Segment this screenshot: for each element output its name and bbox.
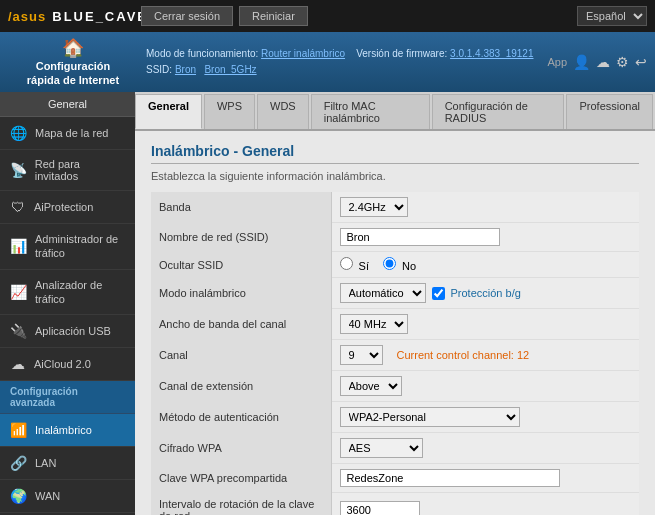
app-label: App [547, 56, 567, 68]
intervalo-value [331, 493, 639, 516]
cloud-icon[interactable]: ☁ [596, 54, 610, 70]
ancho-banda-label: Ancho de banda del canal [151, 309, 331, 340]
sidebar-item-red-invitados[interactable]: 📡 Red para invitados [0, 150, 135, 191]
cloud2-icon: ☁ [10, 356, 26, 372]
canal-extension-label: Canal de extensión [151, 371, 331, 402]
banda-label: Banda [151, 192, 331, 223]
autenticacion-value: Open SystemWPA-PersonalWPA2-Personal [331, 402, 639, 433]
ssid-input[interactable] [340, 228, 500, 246]
nav-bar: 🏠 Configuraciónrápida de Internet Modo d… [0, 32, 655, 92]
inner-content: Inalámbrico - General Establezca la sigu… [135, 131, 655, 515]
sidebar-item-usb[interactable]: 🔌 Aplicación USB [0, 315, 135, 348]
settings-icon[interactable]: ⚙ [616, 54, 629, 70]
sidebar-mapa-label: Mapa de la red [35, 127, 108, 139]
tab-wps[interactable]: WPS [204, 94, 255, 129]
ssid-bron[interactable]: Bron [175, 64, 196, 75]
autenticacion-select[interactable]: Open SystemWPA-PersonalWPA2-Personal [340, 407, 520, 427]
table-row: Ocultar SSID Sí No [151, 252, 639, 278]
canal-extension-value: AboveBelow [331, 371, 639, 402]
ssid-field-value [331, 223, 639, 252]
canal-extension-select[interactable]: AboveBelow [340, 376, 402, 396]
sidebar-analizador-label: Analizador detráfico [35, 278, 102, 307]
clave-wpa-input[interactable] [340, 469, 560, 487]
canal-label: Canal [151, 340, 331, 371]
top-right: Español English [577, 6, 647, 26]
reiniciar-button[interactable]: Reiniciar [239, 6, 308, 26]
asus-logo: /asus [8, 9, 46, 24]
table-row: Nombre de red (SSID) [151, 223, 639, 252]
mode-value[interactable]: Router inalámbrico [261, 48, 345, 59]
radio-si[interactable] [340, 257, 353, 270]
logout-icon[interactable]: ↩ [635, 54, 647, 70]
tab-radius[interactable]: Configuración de RADIUS [432, 94, 565, 129]
radio-no-label[interactable]: No [383, 257, 416, 272]
wireless-icon: 📶 [10, 422, 27, 438]
cifrado-value: TKIPAESTKIP+AES [331, 433, 639, 464]
tab-general[interactable]: General [135, 94, 202, 129]
sidebar: General 🌐 Mapa de la red 📡 Red para invi… [0, 92, 135, 515]
intervalo-label: Intervalo de rotación de la clave de red [151, 493, 331, 516]
cifrado-select[interactable]: TKIPAESTKIP+AES [340, 438, 423, 458]
sidebar-inalambrico-label: Inalámbrico [35, 424, 92, 436]
modo-row: AutomáticoLegacyN Only Protección b/g [340, 283, 632, 303]
ocultar-ssid-label: Ocultar SSID [151, 252, 331, 278]
canal-info: Current control channel: 12 [397, 349, 530, 361]
mode-label: Modo de funcionamiento: [146, 48, 258, 59]
language-select[interactable]: Español English [577, 6, 647, 26]
banda-value: 2.4GHz5GHz [331, 192, 639, 223]
chart-icon: 📊 [10, 238, 27, 254]
cifrado-label: Cifrado WPA [151, 433, 331, 464]
sidebar-admin-label: Administrador detráfico [35, 232, 118, 261]
sidebar-item-aiprotection[interactable]: 🛡 AiProtection [0, 191, 135, 224]
tab-filtro-mac[interactable]: Filtro MAC inalámbrico [311, 94, 430, 129]
tab-bar: General WPS WDS Filtro MAC inalámbrico C… [135, 92, 655, 131]
quick-config-nav[interactable]: 🏠 Configuraciónrápida de Internet [8, 37, 138, 88]
top-bar: /asus BLUE_CAVE Cerrar sesión Reiniciar … [0, 0, 655, 32]
intervalo-input[interactable] [340, 501, 420, 515]
firmware-value[interactable]: 3.0.1.4.383_19121 [450, 48, 533, 59]
section-desc: Establezca la siguiente información inal… [151, 170, 639, 182]
table-row: Canal de extensión AboveBelow [151, 371, 639, 402]
section-title: Inalámbrico - General [151, 143, 639, 164]
sidebar-item-mapa-red[interactable]: 🌐 Mapa de la red [0, 117, 135, 150]
sidebar-item-aicloud[interactable]: ☁ AiCloud 2.0 [0, 348, 135, 381]
clave-wpa-value [331, 464, 639, 493]
table-row: Canal 1234 5678 91011 Current control ch… [151, 340, 639, 371]
clave-wpa-label: Clave WPA precompartida [151, 464, 331, 493]
sidebar-item-wan[interactable]: 🌍 WAN [0, 480, 135, 513]
radio-no[interactable] [383, 257, 396, 270]
cerrar-sesion-button[interactable]: Cerrar sesión [141, 6, 233, 26]
canal-value: 1234 5678 91011 Current control channel:… [331, 340, 639, 371]
sidebar-invitados-label: Red para invitados [35, 158, 125, 182]
sidebar-item-lan[interactable]: 🔗 LAN [0, 447, 135, 480]
modo-select[interactable]: AutomáticoLegacyN Only [340, 283, 426, 303]
canal-select[interactable]: 1234 5678 91011 [340, 345, 383, 365]
table-row: Modo inalámbrico AutomáticoLegacyN Only … [151, 278, 639, 309]
person-icon[interactable]: 👤 [573, 54, 590, 70]
tab-professional[interactable]: Professional [566, 94, 653, 129]
analytics-icon: 📈 [10, 284, 27, 300]
ocultar-radio-group: Sí No [340, 257, 632, 272]
tab-wds[interactable]: WDS [257, 94, 309, 129]
main-layout: General 🌐 Mapa de la red 📡 Red para invi… [0, 92, 655, 515]
ssid-field-label: Nombre de red (SSID) [151, 223, 331, 252]
table-row: Cifrado WPA TKIPAESTKIP+AES [151, 433, 639, 464]
radio-si-label[interactable]: Sí [340, 257, 369, 272]
sidebar-item-analizador[interactable]: 📈 Analizador detráfico [0, 270, 135, 316]
banda-select[interactable]: 2.4GHz5GHz [340, 197, 408, 217]
autenticacion-label: Método de autenticación [151, 402, 331, 433]
ssid-bron5[interactable]: Bron_5GHz [204, 64, 256, 75]
proteccion-checkbox[interactable] [432, 287, 445, 300]
wan-icon: 🌍 [10, 488, 27, 504]
sidebar-item-admin-trafico[interactable]: 📊 Administrador detráfico [0, 224, 135, 270]
sidebar-aicloud-label: AiCloud 2.0 [34, 358, 91, 370]
sidebar-aiprotection-label: AiProtection [34, 201, 93, 213]
sidebar-item-inalambrico[interactable]: 📶 Inalámbrico [0, 414, 135, 447]
firmware-label: Versión de firmware: [356, 48, 447, 59]
modo-inalambrico-label: Modo inalámbrico [151, 278, 331, 309]
shield-icon: 🛡 [10, 199, 26, 215]
table-row: Banda 2.4GHz5GHz [151, 192, 639, 223]
ancho-banda-select[interactable]: 20 MHz40 MHz80 MHz [340, 314, 408, 334]
sidebar-wan-label: WAN [35, 490, 60, 502]
nav-icons: App 👤 ☁ ⚙ ↩ [547, 54, 647, 70]
